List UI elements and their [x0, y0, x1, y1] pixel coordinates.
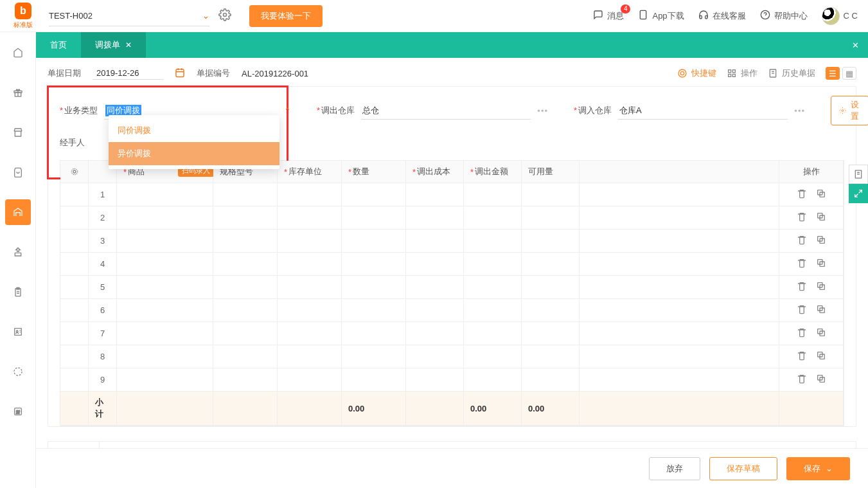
history-button[interactable]: 历史单据: [768, 68, 815, 79]
outwh-select[interactable]: 总仓: [361, 102, 531, 120]
cell-outcost[interactable]: [406, 253, 464, 276]
cell-spec[interactable]: [213, 345, 278, 368]
cell-avail[interactable]: [522, 253, 580, 276]
customer-service-button[interactable]: 在线客服: [698, 10, 746, 22]
copy-icon[interactable]: [816, 327, 826, 339]
delete-icon[interactable]: [797, 374, 807, 386]
cell-product[interactable]: [117, 206, 213, 230]
dropdown-option-diff-price[interactable]: 异价调拨: [109, 142, 279, 165]
cell-qty[interactable]: [342, 183, 406, 206]
gear-icon[interactable]: [218, 8, 231, 23]
app-download-button[interactable]: App下载: [638, 10, 684, 22]
delete-icon[interactable]: [797, 327, 807, 339]
cell-outamt[interactable]: [464, 183, 522, 206]
copy-icon[interactable]: [816, 235, 826, 247]
cell-product[interactable]: [117, 276, 213, 299]
nav-new-icon[interactable]: 新: [5, 399, 31, 424]
cell-qty[interactable]: [342, 368, 406, 392]
help-center-button[interactable]: 帮助中心: [760, 10, 808, 22]
nav-contact-icon[interactable]: [5, 319, 31, 345]
copy-icon[interactable]: [816, 258, 826, 270]
cell-product[interactable]: [117, 183, 213, 206]
cell-unit[interactable]: [278, 322, 342, 345]
delete-icon[interactable]: [797, 235, 807, 247]
doc-date-input[interactable]: 2019-12-26: [93, 67, 163, 80]
cell-avail[interactable]: [522, 276, 580, 299]
save-button[interactable]: 保存 ⌄: [786, 457, 850, 480]
cell-avail[interactable]: [522, 368, 580, 392]
cell-avail[interactable]: [522, 299, 580, 322]
view-grid-icon[interactable]: ▦: [842, 67, 856, 80]
cell-qty[interactable]: [342, 206, 406, 230]
cell-product[interactable]: [117, 345, 213, 368]
cell-spec[interactable]: [213, 276, 278, 299]
cell-outamt[interactable]: [464, 253, 522, 276]
nav-home-icon[interactable]: [5, 40, 31, 66]
cell-qty[interactable]: [342, 299, 406, 322]
cell-outcost[interactable]: [406, 322, 464, 345]
copy-icon[interactable]: [816, 304, 826, 316]
cell-unit[interactable]: [278, 368, 342, 392]
tabs-close-all[interactable]: ✕: [842, 32, 868, 58]
nav-gift-icon[interactable]: [5, 80, 31, 105]
more-icon[interactable]: •••: [537, 106, 548, 116]
cell-avail[interactable]: [522, 183, 580, 206]
cell-qty[interactable]: [342, 322, 406, 345]
cell-outcost[interactable]: [406, 276, 464, 299]
close-icon[interactable]: ✕: [125, 41, 132, 50]
delete-icon[interactable]: [797, 350, 807, 363]
delete-icon[interactable]: [797, 212, 807, 224]
delete-icon[interactable]: [797, 281, 807, 293]
copy-icon[interactable]: [816, 374, 826, 386]
cell-outamt[interactable]: [464, 322, 522, 345]
cell-spec[interactable]: [213, 322, 278, 345]
discard-button[interactable]: 放弃: [649, 457, 700, 480]
shortcut-button[interactable]: 快捷键: [677, 68, 716, 79]
cell-outamt[interactable]: [464, 368, 522, 392]
copy-icon[interactable]: [816, 281, 826, 293]
copy-icon[interactable]: [816, 350, 826, 363]
cell-product[interactable]: [117, 253, 213, 276]
copy-icon[interactable]: [816, 188, 826, 201]
cell-qty[interactable]: [342, 253, 406, 276]
cell-spec[interactable]: [213, 253, 278, 276]
nav-clipboard-icon[interactable]: [5, 279, 31, 305]
copy-icon[interactable]: [816, 212, 826, 224]
nav-finance-icon[interactable]: [5, 239, 31, 265]
cell-outcost[interactable]: [406, 183, 464, 206]
delete-icon[interactable]: [797, 188, 807, 201]
cell-product[interactable]: [117, 368, 213, 392]
remarks-input[interactable]: [100, 442, 856, 448]
view-list-icon[interactable]: ☰: [826, 67, 840, 80]
cell-outamt[interactable]: [464, 276, 522, 299]
tab-transfer[interactable]: 调拨单 ✕: [81, 32, 146, 58]
cell-outcost[interactable]: [406, 368, 464, 392]
cell-outcost[interactable]: [406, 345, 464, 368]
cell-avail[interactable]: [522, 230, 580, 253]
save-draft-button[interactable]: 保存草稿: [709, 457, 777, 480]
nav-bag-icon[interactable]: [5, 159, 31, 185]
calendar-icon[interactable]: [175, 68, 185, 80]
cell-unit[interactable]: [278, 206, 342, 230]
cell-product[interactable]: [117, 322, 213, 345]
messages-button[interactable]: 消息 4: [593, 10, 624, 22]
cell-outamt[interactable]: [464, 345, 522, 368]
cell-avail[interactable]: [522, 322, 580, 345]
cell-avail[interactable]: [522, 345, 580, 368]
cell-spec[interactable]: [213, 299, 278, 322]
cell-qty[interactable]: [342, 345, 406, 368]
cell-product[interactable]: [117, 230, 213, 253]
cell-outcost[interactable]: [406, 230, 464, 253]
cell-spec[interactable]: [213, 368, 278, 392]
cell-unit[interactable]: [278, 299, 342, 322]
cell-outcost[interactable]: [406, 299, 464, 322]
cell-spec[interactable]: [213, 206, 278, 230]
cell-unit[interactable]: [278, 230, 342, 253]
cell-outamt[interactable]: [464, 230, 522, 253]
float-expand-icon[interactable]: [849, 184, 868, 203]
settings-button[interactable]: 设置: [831, 96, 868, 125]
dropdown-option-same-price[interactable]: 同价调拨: [109, 119, 279, 142]
user-menu[interactable]: C C: [822, 7, 858, 25]
cell-product[interactable]: [117, 299, 213, 322]
try-button[interactable]: 我要体验一下: [249, 5, 323, 27]
